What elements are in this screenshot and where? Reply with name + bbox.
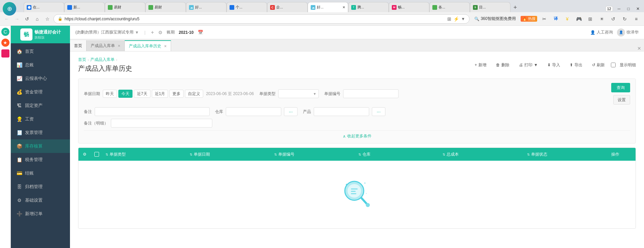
tab-8[interactable]: ☁ 好... ✕ (308, 2, 348, 12)
company-select[interactable]: (勿删勿禁用）江西腺宝测试专用 ▼ (75, 29, 139, 35)
delete-button[interactable]: 🗑 删除 (493, 60, 513, 70)
home-button[interactable]: ⌂ (33, 15, 41, 23)
sun-icon[interactable]: ☀ (597, 14, 607, 24)
col-cost[interactable]: ⇅ 总成本 (440, 152, 524, 157)
sidebar-item-inventory[interactable]: 📦 库存核算 (11, 139, 70, 153)
print-button[interactable]: 🖨 打印 ▼ (516, 60, 541, 70)
dropdown-icon[interactable]: ▼ (461, 17, 465, 21)
redo-icon[interactable]: ↻ (620, 14, 630, 24)
table-gear-header[interactable]: ⚙ (78, 152, 91, 157)
forward-button[interactable]: → (13, 15, 21, 23)
service-button[interactable]: 👤 人工咨询 (590, 29, 613, 35)
sidebar-item-archive[interactable]: 🗄 归档管理 (11, 180, 70, 194)
tab-5[interactable]: ☁ 好... (186, 2, 226, 12)
tab-history[interactable]: 产成品入库单历史 ✕ (125, 40, 171, 51)
menu-icon[interactable]: ≡ (631, 14, 641, 24)
add-button[interactable]: + 新增 (471, 60, 490, 70)
app-icon-1[interactable]: ★ (1, 39, 9, 47)
refresh-action-button[interactable]: ↺ 刷新 (589, 60, 608, 70)
tab-6[interactable]: 个... (226, 2, 267, 12)
sidebar-item-fund[interactable]: 💰 资金管理 (11, 85, 70, 99)
sidebar-item-settings[interactable]: ⚙ 基础设置 (11, 194, 70, 207)
col-status[interactable]: ⇅ 单据状态 (524, 152, 609, 157)
tab-3[interactable]: 易财 (105, 2, 145, 12)
col-number[interactable]: ⇅ 单据编号 (271, 152, 356, 157)
type-dropdown[interactable]: ▼ (278, 89, 319, 98)
app-icon-2[interactable] (1, 49, 9, 58)
date-btn-today[interactable]: 今天 (118, 90, 133, 98)
date-btn-custom[interactable]: 自定义 (185, 90, 203, 98)
sidebar-item-tax[interactable]: 📋 税务管理 (11, 153, 70, 166)
search-area[interactable]: 🔍 360智能抠图免费用 (472, 14, 519, 24)
show-fields-checkbox[interactable] (611, 63, 616, 67)
breadcrumb-list[interactable]: 产成品入库单 (90, 57, 115, 63)
date-btn-1month[interactable]: 近1月 (152, 90, 168, 98)
main-page-title: 产成品入库单历史 (78, 64, 132, 73)
svg-text:✦: ✦ (365, 193, 367, 195)
grid-view-icon[interactable]: ⊞ (585, 14, 595, 24)
date-btn-more[interactable]: 更多 (169, 90, 184, 98)
add-company-button[interactable]: + (151, 29, 154, 36)
tab-8-close[interactable]: ✕ (341, 5, 347, 10)
tab-7[interactable]: C 企... (267, 2, 308, 12)
scissors-icon[interactable]: ✂ (539, 14, 549, 24)
tab-home[interactable]: 首页 (70, 40, 87, 51)
export-button[interactable]: ⬆ 导出 (566, 60, 586, 70)
hot-badge[interactable]: 🔥 热搜 (521, 16, 537, 22)
close-window-button[interactable]: ✕ (635, 5, 641, 12)
tab-list[interactable]: 产成品入库单 ✕ (87, 40, 125, 51)
note-input[interactable] (95, 107, 210, 116)
number-input[interactable] (343, 89, 399, 98)
new-tab-button[interactable]: + (510, 3, 520, 12)
sidebar-item-invoice[interactable]: 🧾 发票管理 (11, 126, 70, 139)
calendar-icon[interactable]: 📅 (198, 30, 203, 35)
game-icon[interactable]: 🎮 (574, 14, 584, 24)
tab-list-close[interactable]: ✕ (118, 44, 120, 48)
tab-history-close[interactable]: ✕ (164, 44, 167, 48)
col-warehouse[interactable]: ⇅ 仓库 (356, 152, 440, 157)
import-button[interactable]: ⬇ 导入 (544, 60, 564, 70)
product-ellipsis-button[interactable]: ··· (372, 107, 385, 116)
bookmark-button[interactable]: ☆ (43, 15, 51, 23)
close-panel-button[interactable]: ✕ (637, 46, 641, 51)
col-date[interactable]: ⇅ 单据日期 (187, 152, 271, 157)
note-detail-input[interactable] (111, 119, 212, 128)
tab-1[interactable]: ⬤ 在... (24, 2, 64, 12)
tab-12[interactable]: S 目... (470, 2, 510, 12)
translate-icon[interactable]: 译 (551, 14, 561, 24)
tab-4[interactable]: 易财 (145, 2, 186, 12)
minimize-button[interactable]: ─ (616, 5, 622, 12)
yuan-icon[interactable]: ¥ (562, 14, 572, 24)
date-btn-7days[interactable]: 近7天 (134, 90, 150, 98)
tab-9[interactable]: T 腾... (348, 2, 389, 12)
tab-11[interactable]: 各... (429, 2, 470, 12)
table-check-header[interactable] (91, 152, 103, 157)
refresh-button[interactable]: ↺ (23, 15, 31, 23)
tab-2[interactable]: 新... (64, 2, 105, 12)
sidebar-item-assets[interactable]: 🏗 固定资产 (11, 99, 70, 112)
warehouse-ellipsis-button[interactable]: ··· (284, 107, 297, 116)
product-input[interactable] (314, 107, 369, 116)
sidebar-item-settlement[interactable]: 💳 结账 (11, 166, 70, 180)
address-input[interactable]: 🔒 https://cloud.chanjet.com/accounting/u… (53, 14, 470, 24)
setting-button[interactable]: 设置 (613, 95, 630, 105)
sidebar-item-home[interactable]: 🏠 首页 (11, 45, 70, 58)
sidebar-item-cloud-report[interactable]: 📈 云报表中心 (11, 72, 70, 85)
undo-icon[interactable]: ↺ (608, 14, 618, 24)
sidebar-item-salary[interactable]: 👷 工资 (11, 112, 70, 126)
settings-gear-button[interactable]: ⚙ (158, 30, 163, 35)
tab-10[interactable]: M 畅... (389, 2, 429, 12)
select-all-checkbox[interactable] (94, 152, 99, 157)
date-btn-yesterday[interactable]: 昨天 (103, 90, 117, 98)
col-type[interactable]: ⇅ 单据类型 (103, 152, 187, 157)
back-button[interactable]: ← (3, 15, 11, 23)
user-info[interactable]: 👤 徐泽华 (617, 28, 639, 37)
breadcrumb-home[interactable]: 首页 (78, 57, 86, 63)
sidebar-item-neworder[interactable]: ➕ 新增订单 (11, 207, 70, 221)
maximize-button[interactable]: □ (625, 5, 632, 12)
warehouse-input[interactable] (226, 107, 281, 116)
chanjet-icon[interactable]: C (1, 28, 9, 36)
collapse-button[interactable]: ∧ 收起更多条件 (343, 133, 372, 139)
sidebar-item-ledger[interactable]: 📊 总账 (11, 58, 70, 72)
query-button[interactable]: 查询 (611, 83, 630, 92)
